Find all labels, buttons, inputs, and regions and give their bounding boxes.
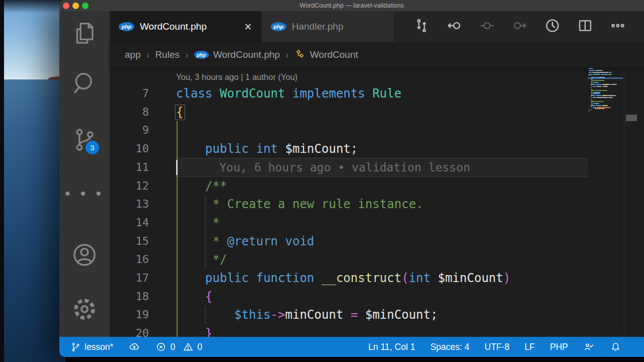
code-editor[interactable]: You, 3 hours ago | 1 author (You) 7class… [110,67,644,337]
split-editor-icon[interactable] [577,18,593,36]
code-line[interactable]: 14 * [110,214,588,232]
error-count: 0 [170,342,175,352]
line-number: 9 [110,121,149,140]
minimap-line [593,97,596,98]
code-text: { [176,288,212,306]
breadcrumb-file[interactable]: WordCount.php [213,49,280,60]
code-text: /** [176,177,227,196]
code-text: * @return void [176,232,314,251]
title-bar[interactable]: WordCount.php — laravel-validations [59,0,644,11]
minimap-line [596,70,603,71]
next-change-icon[interactable] [512,18,528,36]
code-line[interactable]: 17 public function __construct(int $minC… [110,269,588,288]
code-line[interactable]: 18 { [110,288,588,306]
code-line[interactable]: 11You, 6 hours ago • validation lesson [110,158,588,177]
indentation-indicator[interactable]: Spaces: 4 [430,342,469,352]
breadcrumb-folder[interactable]: Rules [155,49,180,60]
encoding-indicator[interactable]: UTF-8 [485,342,510,352]
line-number: 18 [110,288,149,306]
feedback-icon[interactable] [583,341,595,353]
chevron-right-icon: › [184,49,190,61]
cursor-position-indicator[interactable]: Ln 11, Col 1 [368,342,415,352]
previous-change-icon[interactable] [446,18,462,36]
minimap-line [593,74,600,75]
explorer-icon[interactable] [59,19,110,47]
minimap[interactable] [588,68,623,337]
close-tab-icon[interactable]: ✕ [244,21,252,33]
php-file-icon: php [119,22,134,31]
notifications-bell-icon[interactable] [610,341,621,353]
vscode-window: WordCount.php — laravel-validations 3 • … [59,0,644,357]
minimap-line [589,110,590,111]
minimap-line [592,72,609,73]
minimap-line [589,70,595,71]
wallpaper-shade [0,0,65,13]
minimap-line [591,85,592,86]
breadcrumb-symbol[interactable]: WordCount [310,49,358,60]
gitlens-codelens[interactable]: You, 3 hours ago | 1 author (You) [176,69,298,84]
code-text: * [176,214,220,232]
settings-gear-icon[interactable] [59,295,110,324]
minimap-line [602,84,609,85]
line-number: 19 [110,306,149,324]
code-text: public int $minCount; [176,140,358,158]
code-line[interactable]: 8{ [110,103,588,122]
code-line[interactable]: 16 */ [110,250,588,269]
file-history-icon[interactable] [544,18,560,36]
traffic-lights [63,3,89,9]
minimap-line [591,87,592,88]
minimap-line [593,86,596,87]
current-change-icon[interactable] [479,18,495,36]
account-icon[interactable] [59,240,110,269]
breadcrumb-folder[interactable]: app [125,49,141,60]
sync-changes-button[interactable] [128,341,140,353]
breadcrumb: app › Rules › php WordCount.php › WordCo… [110,42,644,67]
minimap-line [596,84,602,85]
minimap-line [601,74,608,75]
line-number: 13 [110,195,149,214]
gitlens-compare-icon[interactable] [414,18,430,36]
zoom-window-button[interactable] [82,3,89,9]
code-text: You, 6 hours ago • validation lesson [176,158,470,177]
search-icon[interactable] [59,69,110,98]
code-text: */ [176,250,227,269]
scrollbar-thumb[interactable] [626,115,637,121]
more-views-icon[interactable]: • • • [59,191,110,196]
code-line[interactable]: 19 $this->minCount = $minCount; [110,306,588,324]
minimap-line [596,95,602,96]
close-window-button[interactable] [63,3,69,9]
line-number: 8 [110,103,149,122]
warning-count: 0 [197,342,202,352]
screen-edge [0,0,4,362]
language-mode-indicator[interactable]: PHP [550,342,568,352]
minimap-line [591,80,605,81]
code-line[interactable]: 15 * @return void [110,232,588,251]
gitlens-blame-annotation: You, 6 hours ago • validation lesson [219,161,470,174]
minimap-line [591,106,592,107]
tab-wordcount-php[interactable]: php WordCount.php ✕ [110,11,262,42]
minimap-line [612,84,617,85]
code-line[interactable]: 10 public int $minCount; [110,140,588,158]
minimap-line [596,86,602,87]
more-actions-icon[interactable] [610,18,626,36]
source-control-icon[interactable]: 3 [59,126,110,154]
code-line[interactable]: 12 /** [110,177,588,196]
minimap-line [603,86,608,87]
minimap-line [602,95,607,96]
minimap-line [602,105,608,106]
git-branch-indicator[interactable]: lesson* [70,342,113,352]
eol-indicator[interactable]: LF [525,342,535,352]
code-line[interactable]: 20 } [110,324,588,337]
minimize-window-button[interactable] [72,3,79,9]
problems-indicator[interactable]: 0 0 [155,341,202,352]
tab-handler-php[interactable]: php Handler.php [262,11,395,42]
window-title: WordCount.php — laravel-validations [300,2,404,9]
minimap-line [597,97,608,98]
minimap-line [608,97,613,98]
chevron-right-icon: › [145,49,151,61]
code-text: * Create a new rule instance. [176,195,423,214]
code-line[interactable]: 7class WordCount implements Rule [110,84,588,103]
line-number: 15 [110,232,149,251]
code-line[interactable]: 13 * Create a new rule instance. [110,195,588,214]
code-line[interactable]: 9 [110,121,588,140]
